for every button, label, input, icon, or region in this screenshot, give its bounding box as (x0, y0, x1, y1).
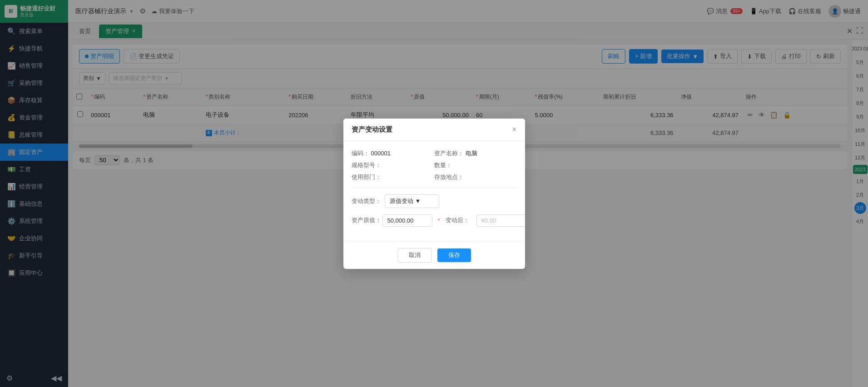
info-code: 编码： 000001 (352, 149, 434, 158)
modal-close-button[interactable]: × (512, 125, 517, 134)
modal-header: 资产变动设置 × (343, 119, 525, 141)
required-star: * (438, 217, 440, 224)
after-change-input[interactable] (476, 214, 525, 227)
original-value-input[interactable] (382, 214, 432, 227)
after-change-label: 变动后： (446, 216, 473, 224)
change-type-label: 变动类型： (352, 197, 381, 205)
info-department: 使用部门： (352, 173, 434, 181)
modal-overlay: 资产变动设置 × 编码： 000001 资产名称： 电脑 规格型号： 数 (0, 0, 868, 387)
original-value-label: 资产原值： (352, 216, 379, 224)
info-quantity: 数量： (434, 161, 517, 169)
select-chevron-icon: ▼ (415, 198, 421, 204)
info-name: 资产名称： 电脑 (434, 149, 517, 158)
modal-body: 编码： 000001 资产名称： 电脑 规格型号： 数量： 使用部门： (343, 141, 525, 241)
asset-change-modal: 资产变动设置 × 编码： 000001 资产名称： 电脑 规格型号： 数 (343, 119, 525, 269)
change-type-select[interactable]: 原值变动 ▼ (385, 194, 439, 208)
change-type-field: 变动类型： 原值变动 ▼ (352, 194, 517, 208)
original-value-field: 资产原值： * 变动后： (352, 214, 517, 227)
save-button[interactable]: 保存 (437, 248, 471, 262)
info-location: 存放地点： (434, 173, 517, 181)
modal-title: 资产变动设置 (352, 125, 392, 134)
info-spec: 规格型号： (352, 161, 434, 169)
modal-info-grid: 编码： 000001 资产名称： 电脑 规格型号： 数量： 使用部门： (352, 149, 517, 188)
modal-footer: 取消 保存 (343, 241, 525, 269)
cancel-button[interactable]: 取消 (397, 248, 432, 263)
